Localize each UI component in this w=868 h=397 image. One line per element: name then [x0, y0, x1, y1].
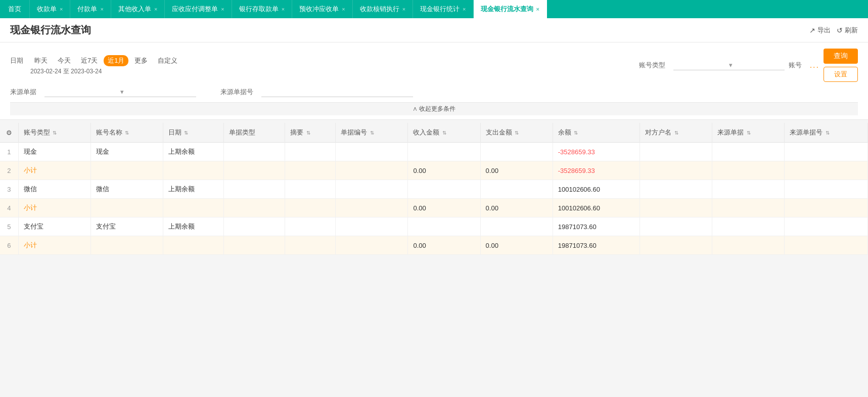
table-row: 1 现金 现金 上期余额 -3528659.33 — [0, 143, 868, 161]
source-doc-no-input[interactable] — [263, 88, 411, 96]
nav-tab-其他收入单[interactable]: 其他收入单× — [111, 0, 165, 18]
th-summary[interactable]: 摘要 ⇅ — [285, 123, 336, 143]
cell-summary — [285, 236, 336, 255]
cell-account-name — [90, 161, 163, 180]
th-source-doc-no[interactable]: 来源单据号 ⇅ — [785, 123, 868, 143]
nav-tab-应收应付调整单[interactable]: 应收应付调整单× — [165, 0, 232, 18]
filter-row-2: 来源单据 ▾ 来源单据号 — [10, 87, 858, 97]
cell-doc-type — [224, 236, 285, 255]
th-counterparty[interactable]: 对方户名 ⇅ — [639, 123, 712, 143]
th-income[interactable]: 收入金额 ⇅ — [408, 123, 480, 143]
nav-tab-银行存取款单[interactable]: 银行存取款单× — [232, 0, 292, 18]
sort-icon-summary: ⇅ — [306, 130, 310, 136]
tab-close-icon[interactable]: × — [536, 6, 539, 12]
cell-account-name — [90, 199, 163, 217]
refresh-label: 刷新 — [845, 26, 858, 35]
tab-close-icon[interactable]: × — [154, 6, 157, 12]
cell-date: 上期余额 — [163, 143, 224, 161]
tab-close-icon[interactable]: × — [100, 6, 103, 12]
th-account-type-label: 账号类型 — [24, 128, 50, 136]
cell-doc-type — [224, 199, 285, 217]
th-date[interactable]: 日期 ⇅ — [163, 123, 224, 143]
th-doc-no[interactable]: 单据编号 ⇅ — [336, 123, 408, 143]
cell-income — [408, 143, 480, 161]
date-opt-近1月[interactable]: 近1月 — [104, 55, 128, 66]
nav-tab-收款核销执行[interactable]: 收款核销执行× — [353, 0, 413, 18]
th-account-name[interactable]: 账号名称 ⇅ — [90, 123, 163, 143]
source-doc-dropdown[interactable]: ▾ — [44, 87, 196, 97]
table-area: ⚙ 账号类型 ⇅ 账号名称 ⇅ 日期 ⇅ 单据类型 摘要 — [0, 123, 868, 255]
tab-close-icon[interactable]: × — [282, 6, 285, 12]
cell-source-doc — [712, 180, 785, 199]
collapse-bar[interactable]: ∧ 收起更多条件 — [10, 102, 858, 115]
account-dots[interactable]: ... — [810, 61, 819, 70]
collapse-label: ∧ 收起更多条件 — [413, 105, 455, 112]
nav-tab-收款单[interactable]: 收款单× — [30, 0, 70, 18]
source-doc-no-input-wrap — [261, 87, 413, 97]
nav-tab-现金银行流水查询[interactable]: 现金银行流水查询× — [474, 0, 547, 18]
date-options: ⚙ 昨天今天近7天近1月更多自定义 — [30, 55, 181, 66]
nav-tab-现金银行统计[interactable]: 现金银行统计× — [413, 0, 473, 18]
th-balance-label: 余额 — [558, 128, 571, 136]
cell-balance: -3528659.33 — [553, 161, 639, 180]
cell-balance: 19871073.60 — [553, 217, 639, 236]
cell-source-doc-no — [785, 217, 868, 236]
cell-date: 上期余额 — [163, 180, 224, 199]
cell-doc-no — [336, 217, 408, 236]
cell-summary — [285, 161, 336, 180]
home-label: 首页 — [8, 5, 21, 14]
date-opt-自定义[interactable]: 自定义 — [154, 55, 181, 66]
nav-home[interactable]: 首页 — [0, 0, 30, 18]
settings-button[interactable]: 设置 — [824, 67, 858, 82]
tab-close-icon[interactable]: × — [60, 6, 63, 12]
gear-icon: ⚙ — [6, 129, 12, 137]
filter-row-1: 日期 ⚙ 昨天今天近7天近1月更多自定义 2023-02-24 至 2023-0… — [10, 49, 858, 82]
th-balance[interactable]: 余额 ⇅ — [553, 123, 639, 143]
header-actions: ↗ 导出 ↺ 刷新 — [809, 26, 858, 35]
query-button[interactable]: 查询 — [824, 49, 858, 64]
cell-account-name: 现金 — [90, 143, 163, 161]
cell-date: 上期余额 — [163, 217, 224, 236]
tab-close-icon[interactable]: × — [463, 6, 466, 12]
tab-label: 收款单 — [37, 5, 57, 14]
tab-close-icon[interactable]: × — [342, 6, 345, 12]
cell-counterparty — [639, 180, 712, 199]
date-opt-今天[interactable]: 今天 — [54, 55, 75, 66]
th-account-type[interactable]: 账号类型 ⇅ — [18, 123, 90, 143]
cell-account-type: 小计 — [18, 161, 90, 180]
cell-counterparty — [639, 199, 712, 217]
cell-income: 0.00 — [408, 161, 480, 180]
th-expense[interactable]: 支出金额 ⇅ — [480, 123, 553, 143]
date-opt-更多[interactable]: 更多 — [130, 55, 152, 66]
cell-date — [163, 199, 224, 217]
row-num: 2 — [0, 161, 18, 180]
account-type-filter-group: 账号类型 ▾ — [639, 60, 785, 70]
tab-label: 应收应付调整单 — [172, 5, 218, 14]
export-icon: ↗ — [809, 26, 815, 34]
tab-close-icon[interactable]: × — [402, 6, 405, 12]
date-opt-昨天[interactable]: 昨天 — [30, 55, 52, 66]
table-row: 4 小计 0.00 0.00 100102606.60 — [0, 199, 868, 217]
tab-close-icon[interactable]: × — [221, 6, 224, 12]
cell-counterparty — [639, 236, 712, 255]
cell-income — [408, 180, 480, 199]
th-source-doc[interactable]: 来源单据 ⇅ — [712, 123, 785, 143]
tab-label: 现金银行流水查询 — [481, 5, 533, 14]
cell-source-doc — [712, 143, 785, 161]
th-source-doc-label: 来源单据 — [717, 128, 744, 136]
chevron-down-icon-2: ▾ — [120, 88, 192, 96]
cell-doc-type — [224, 180, 285, 199]
date-opt-近7天[interactable]: 近7天 — [77, 55, 102, 66]
sort-icon-income: ⇅ — [442, 130, 446, 136]
cell-doc-no — [336, 199, 408, 217]
th-doc-type: 单据类型 — [224, 123, 285, 143]
th-gear[interactable]: ⚙ — [0, 123, 18, 143]
export-button[interactable]: ↗ 导出 — [809, 26, 831, 35]
top-navigation: 首页 收款单×付款单×其他收入单×应收应付调整单×银行存取款单×预收冲应收单×收… — [0, 0, 868, 18]
nav-tab-预收冲应收单[interactable]: 预收冲应收单× — [292, 0, 352, 18]
cell-income — [408, 217, 480, 236]
nav-tab-付款单[interactable]: 付款单× — [70, 0, 111, 18]
account-type-dropdown[interactable]: ▾ — [673, 60, 785, 70]
row-num: 6 — [0, 236, 18, 255]
refresh-button[interactable]: ↺ 刷新 — [837, 26, 858, 35]
